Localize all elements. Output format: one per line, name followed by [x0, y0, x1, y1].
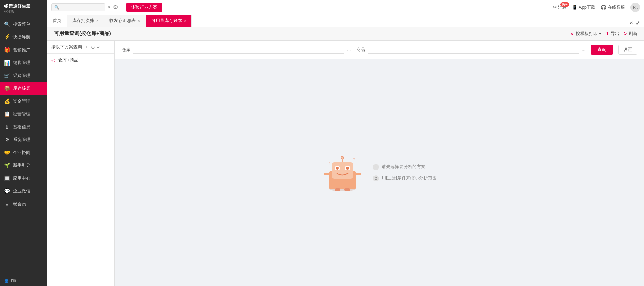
sidebar-icon-marketing: 🎁 [4, 47, 10, 53]
empty-tip-2: 2 用[过滤]条件来缩小分析范围 [373, 175, 437, 181]
sidebar-item-guide[interactable]: 🌱新手引导 [0, 159, 47, 172]
svg-rect-10 [344, 188, 350, 191]
sidebar-item-marketing[interactable]: 🎁营销推广 [0, 44, 47, 56]
svg-rect-8 [356, 173, 361, 175]
sidebar-scroll: 🔍搜索菜单⚡快捷导航🎁营销推广📊销售管理🛒采购管理📦库存核算💰资金管理📋经营管理… [0, 18, 47, 276]
filter-add-btn[interactable]: ＋ [84, 44, 89, 50]
svg-rect-7 [324, 173, 329, 175]
tip-2-num: 2 [373, 175, 379, 181]
sidebar-item-quicknav[interactable]: ⚡快捷导航 [0, 31, 47, 44]
search-icon: 🔍 [54, 5, 59, 10]
tab-collect-summary[interactable]: 收发存汇总表 × [104, 15, 146, 27]
sidebar-label-member: 畅会员 [13, 201, 26, 207]
sidebar-label-inventory: 库存核算 [13, 85, 30, 92]
export-btn[interactable]: ⬆ 导出 [606, 31, 619, 37]
warehouse-more-btn[interactable]: ··· [347, 47, 351, 52]
user-avatar[interactable]: Rit [630, 3, 640, 12]
empty-svg: ? ? [322, 152, 363, 193]
message-badge: 99+ [560, 2, 569, 7]
svg-text:?: ? [353, 157, 355, 163]
empty-illustration: ? ? [322, 152, 363, 193]
tab-expand-btn[interactable]: ⤢ [634, 19, 641, 27]
sidebar-item-wechat[interactable]: 💬企业微信 [0, 185, 47, 198]
tab-home-label: 首页 [53, 18, 61, 24]
print-icon: 🖨 [570, 31, 574, 36]
tip-1-text: 请先选择要分析的方案 [382, 164, 426, 170]
svg-text:?: ? [328, 162, 330, 166]
page-actions: 🖨 按模板打印 ▾ ⬆ 导出 ↻ 刷新 [570, 31, 637, 37]
settings-icon[interactable]: ⚙ [113, 4, 118, 10]
sidebar-item-system[interactable]: ⚙系统管理 [0, 133, 47, 146]
filter-item-icon: ◎ [51, 57, 55, 63]
sidebar-item-search[interactable]: 🔍搜索菜单 [0, 18, 47, 31]
sidebar-label-finance: 资金管理 [13, 98, 30, 104]
message-icon-btn[interactable]: ✉ 消息 99+ [553, 4, 567, 10]
svg-point-6 [346, 167, 349, 170]
page-header: 可用量查询(按仓库+商品) 🖨 按模板打印 ▾ ⬆ 导出 ↻ 刷新 [47, 27, 644, 41]
tab-home[interactable]: 首页 [47, 15, 67, 27]
svg-rect-2 [332, 162, 353, 179]
avatar-text: Rit [633, 5, 637, 9]
filter-collapse-btn[interactable]: « [97, 44, 100, 50]
sidebar-item-purchase[interactable]: 🛒采购管理 [0, 69, 47, 82]
app-name: 畅康通好生意 [4, 3, 43, 9]
refresh-icon: ↻ [623, 31, 627, 36]
sidebar-icon-finance: 💰 [4, 98, 10, 104]
tab-collect-summary-close[interactable]: × [138, 19, 140, 23]
tab-available-stock-label: 可用量库存账本 [151, 18, 182, 24]
topbar: 🔍 ▾ ⚙ 体验行业方案 ✉ 消息 99+ 📱 App下载 🎧 在线客服 Rit [47, 0, 644, 15]
trial-button[interactable]: 体验行业方案 [126, 3, 162, 12]
export-label: 导出 [611, 31, 619, 37]
refresh-label: 刷新 [628, 31, 637, 37]
svg-point-5 [336, 167, 339, 170]
product-input[interactable] [368, 46, 579, 54]
tabs-extra: × ⤢ [628, 19, 644, 27]
sidebar-label-system: 系统管理 [13, 137, 30, 143]
sidebar-item-enterprise[interactable]: 🤝企业协同 [0, 146, 47, 159]
topbar-search[interactable]: 🔍 [51, 3, 105, 11]
filter-settings-btn[interactable]: ⊙ [91, 44, 95, 50]
sidebar-icon-info: ℹ [4, 124, 10, 130]
filter-panel: 按以下方案查询 ＋ ⊙ « ◎ 仓库+商品 [47, 41, 115, 286]
tab-available-stock-close[interactable]: × [184, 19, 186, 23]
query-settings-button[interactable]: 设置 [618, 45, 637, 55]
tab-available-stock[interactable]: 可用量库存账本 × [146, 15, 192, 27]
refresh-btn[interactable]: ↻ 刷新 [623, 31, 637, 37]
filter-item-warehouse-product[interactable]: ◎ 仓库+商品 [47, 54, 114, 67]
sidebar-icon-quicknav: ⚡ [4, 34, 10, 40]
product-more-btn[interactable]: ··· [582, 47, 585, 52]
svg-point-12 [341, 156, 344, 159]
tip-2-text: 用[过滤]条件来缩小分析范围 [382, 175, 437, 181]
query-button[interactable]: 查询 [591, 45, 613, 55]
sidebar-item-finance[interactable]: 💰资金管理 [0, 95, 47, 108]
main-area: 🔍 ▾ ⚙ 体验行业方案 ✉ 消息 99+ 📱 App下载 🎧 在线客服 Rit [47, 0, 644, 286]
sidebar-label-apps: 应用中心 [13, 175, 30, 181]
online-service-btn[interactable]: 🎧 在线客服 [601, 4, 625, 10]
dropdown-icon[interactable]: ▾ [108, 5, 110, 10]
sidebar-icon-purchase: 🛒 [4, 73, 10, 79]
print-label: 按模板打印 [576, 31, 598, 37]
tab-batch-account-close[interactable]: × [96, 19, 98, 23]
print-dropdown-icon[interactable]: ▾ [599, 31, 601, 36]
sidebar-item-apps[interactable]: 🔲应用中心 [0, 172, 47, 185]
sidebar-label-wechat: 企业微信 [13, 188, 30, 194]
sidebar-item-sales[interactable]: 📊销售管理 [0, 56, 47, 69]
sidebar-label-purchase: 采购管理 [13, 73, 30, 79]
sidebar-item-info[interactable]: ℹ基础信息 [0, 121, 47, 133]
sidebar-item-member[interactable]: V畅会员 [0, 198, 47, 210]
tab-batch-account[interactable]: 库存批次账 × [67, 15, 104, 27]
sidebar-item-management[interactable]: 📋经营管理 [0, 108, 47, 121]
content-area: 按以下方案查询 ＋ ⊙ « ◎ 仓库+商品 仓库 ··· 商品 [47, 41, 644, 286]
product-label: 商品 [356, 47, 365, 53]
tab-close-all-btn[interactable]: × [628, 19, 634, 27]
sidebar: 畅康通好生意 标准版 🔍搜索菜单⚡快捷导航🎁营销推广📊销售管理🛒采购管理📦库存核… [0, 0, 47, 286]
sidebar-label-guide: 新手引导 [13, 162, 30, 168]
tab-collect-summary-label: 收发存汇总表 [109, 18, 136, 24]
sidebar-icon-system: ⚙ [4, 137, 10, 143]
print-btn[interactable]: 🖨 按模板打印 ▾ [570, 31, 601, 37]
sidebar-item-inventory[interactable]: 📦库存核算 [0, 82, 47, 95]
sidebar-label-sales: 销售管理 [13, 60, 30, 66]
user-name: Rit [11, 279, 16, 283]
warehouse-input[interactable] [133, 46, 344, 54]
app-download-btn[interactable]: 📱 App下载 [572, 4, 595, 10]
